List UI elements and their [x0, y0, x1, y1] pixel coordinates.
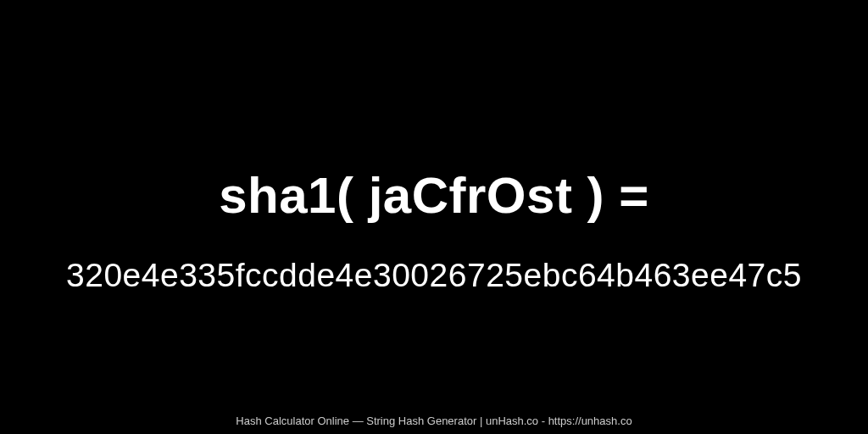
main-content: sha1( jaCfrOst ) = 320e4e335fccdde4e3002…	[66, 25, 802, 434]
hash-expression-heading: sha1( jaCfrOst ) =	[219, 166, 649, 225]
footer-text: Hash Calculator Online — String Hash Gen…	[0, 415, 868, 427]
hash-result-value: 320e4e335fccdde4e30026725ebc64b463ee47c5	[66, 257, 802, 294]
